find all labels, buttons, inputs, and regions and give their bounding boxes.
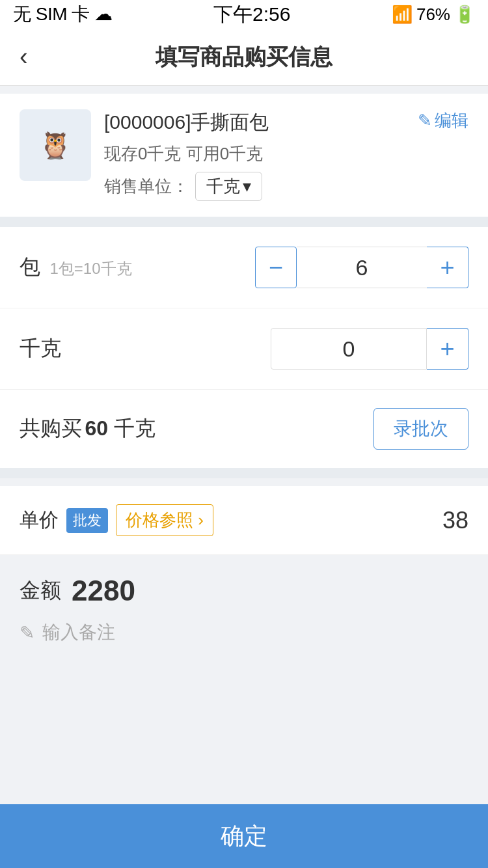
price-left: 单价 批发 价格参照 › bbox=[20, 504, 213, 536]
confirm-label: 确定 bbox=[221, 821, 267, 852]
product-stock: 现存0千克 可用0千克 bbox=[104, 142, 468, 165]
kg-plus-icon: + bbox=[440, 335, 454, 363]
battery-icon: 📶 bbox=[392, 5, 413, 25]
edit-label: 编辑 bbox=[435, 109, 468, 132]
price-section: 单价 批发 价格参照 › 38 bbox=[0, 486, 488, 555]
product-card: 🦉 [0000006]手撕面包 ✎ 编辑 现存0千克 可用0千克 销售单位： 千… bbox=[0, 94, 488, 217]
battery-percent: 76% bbox=[416, 5, 450, 25]
kg-plus-button[interactable]: + bbox=[427, 328, 468, 370]
bao-minus-button[interactable]: − bbox=[255, 247, 297, 288]
unit-selector[interactable]: 千克 ▾ bbox=[195, 172, 262, 201]
status-left: 无 SIM 卡 ☁ bbox=[13, 2, 113, 27]
bao-hint: 1包=10千克 bbox=[49, 260, 131, 277]
back-button[interactable]: ‹ bbox=[13, 36, 34, 77]
price-label: 单价 bbox=[20, 507, 59, 534]
plus-icon: + bbox=[440, 254, 454, 282]
kg-row: 千克 + bbox=[0, 308, 488, 390]
minus-icon: − bbox=[269, 254, 283, 282]
batch-button[interactable]: 录批次 bbox=[373, 408, 468, 450]
product-thumb-icon: 🦉 bbox=[39, 130, 72, 161]
edit-button[interactable]: ✎ 编辑 bbox=[418, 109, 468, 132]
chevron-down-icon: ▾ bbox=[243, 176, 251, 197]
divider-1 bbox=[0, 217, 488, 227]
unit-label: 销售单位： bbox=[104, 175, 189, 198]
confirm-button[interactable]: 确定 bbox=[0, 804, 488, 868]
kg-quantity-input[interactable] bbox=[271, 328, 427, 370]
price-row: 单价 批发 价格参照 › 38 bbox=[0, 486, 488, 555]
total-summary: 共购买 60 千克 bbox=[20, 414, 156, 443]
unit-value: 千克 bbox=[206, 175, 240, 198]
status-right: 📶 76% 🔋 bbox=[392, 5, 475, 25]
kg-quantity-control: + bbox=[271, 328, 468, 370]
price-value: 38 bbox=[442, 507, 468, 534]
page-title: 填写商品购买信息 bbox=[156, 42, 332, 72]
price-reference-button[interactable]: 价格参照 › bbox=[116, 504, 213, 536]
battery-bar: 🔋 bbox=[454, 5, 475, 25]
nav-bar: ‹ 填写商品购买信息 bbox=[0, 29, 488, 86]
bao-plus-button[interactable]: + bbox=[427, 247, 468, 288]
amount-row: 金额 2280 bbox=[20, 575, 468, 607]
price-tag: 批发 bbox=[66, 508, 108, 533]
pencil-icon: ✎ bbox=[20, 622, 34, 644]
product-thumbnail: 🦉 bbox=[20, 109, 91, 181]
total-unit: 千克 bbox=[114, 416, 156, 440]
product-unit-row: 销售单位： 千克 ▾ bbox=[104, 172, 468, 201]
edit-icon: ✎ bbox=[418, 111, 432, 131]
total-amount: 60 bbox=[85, 416, 113, 440]
amount-label: 金额 bbox=[20, 576, 61, 605]
status-time: 下午2:56 bbox=[213, 1, 290, 28]
bao-quantity-control: − + bbox=[255, 247, 468, 288]
product-name: [0000006]手撕面包 bbox=[104, 109, 269, 136]
product-name-row: [0000006]手撕面包 ✎ 编辑 bbox=[104, 109, 468, 136]
bao-row: 包 1包=10千克 − + bbox=[0, 227, 488, 308]
quantity-section: 包 1包=10千克 − + 千克 + bbox=[0, 227, 488, 468]
remark-placeholder: 输入备注 bbox=[42, 620, 115, 645]
total-row: 共购买 60 千克 录批次 bbox=[0, 390, 488, 468]
main-content: 无 SIM 卡 ☁ 下午2:56 📶 76% 🔋 ‹ 填写商品购买信息 🦉 [0… bbox=[0, 0, 488, 868]
kg-label: 千克 bbox=[20, 334, 61, 363]
divider-2 bbox=[0, 468, 488, 478]
amount-section: 金额 2280 ✎ 输入备注 bbox=[0, 555, 488, 658]
product-info: [0000006]手撕面包 ✎ 编辑 现存0千克 可用0千克 销售单位： 千克 … bbox=[104, 109, 468, 201]
remark-row[interactable]: ✎ 输入备注 bbox=[20, 620, 468, 645]
bao-label: 包 bbox=[20, 255, 40, 278]
status-bar: 无 SIM 卡 ☁ 下午2:56 📶 76% 🔋 bbox=[0, 0, 488, 29]
bao-label-group: 包 1包=10千克 bbox=[20, 253, 132, 282]
bao-quantity-input[interactable] bbox=[297, 247, 427, 288]
total-prefix: 共购买 bbox=[20, 416, 82, 440]
amount-value: 2280 bbox=[72, 575, 135, 607]
